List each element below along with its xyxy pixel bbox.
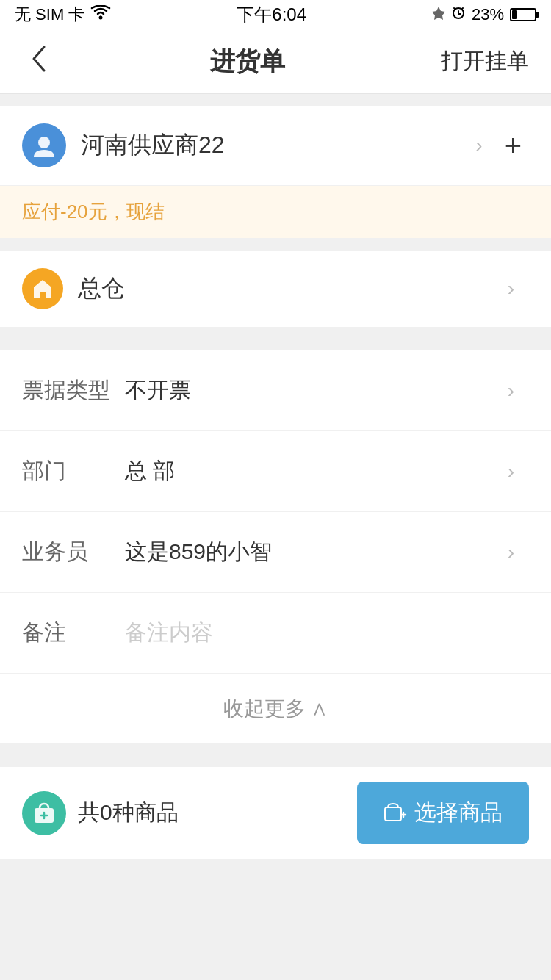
product-left: 共0种商品 bbox=[22, 791, 179, 835]
status-right: 23% bbox=[432, 5, 536, 24]
collapse-label: 收起更多 ∧ bbox=[223, 697, 328, 720]
svg-rect-7 bbox=[40, 292, 46, 298]
dept-value: 总 部 bbox=[125, 456, 508, 486]
wifi-icon bbox=[90, 5, 111, 24]
open-pending-button[interactable]: 打开挂单 bbox=[441, 46, 529, 76]
status-bar: 无 SIM 卡 下午6:04 23% bbox=[0, 0, 551, 29]
warehouse-row[interactable]: 总仓 › bbox=[0, 250, 551, 327]
location-icon bbox=[432, 5, 445, 24]
warehouse-icon bbox=[22, 268, 63, 309]
select-product-label: 选择商品 bbox=[414, 798, 503, 828]
dept-label: 部门 bbox=[22, 456, 110, 486]
product-icon-wrap bbox=[22, 791, 66, 835]
bottom-bar: 共0种商品 选择商品 bbox=[0, 767, 551, 859]
product-count: 共0种商品 bbox=[78, 798, 179, 828]
invoice-type-row[interactable]: 票据类型 不开票 › bbox=[0, 350, 551, 431]
add-supplier-button[interactable]: + bbox=[497, 129, 529, 162]
carrier-label: 无 SIM 卡 bbox=[15, 4, 84, 26]
svg-rect-11 bbox=[385, 807, 401, 821]
svg-point-0 bbox=[99, 16, 103, 20]
notice-text: 应付-20元，现结 bbox=[22, 201, 165, 223]
invoice-value: 不开票 bbox=[125, 375, 508, 406]
svg-line-5 bbox=[461, 8, 463, 10]
warehouse-name: 总仓 bbox=[78, 273, 508, 305]
sales-label: 业务员 bbox=[22, 537, 110, 567]
select-product-button[interactable]: 选择商品 bbox=[357, 782, 529, 844]
invoice-chevron-icon: › bbox=[508, 379, 514, 403]
divider-2 bbox=[0, 327, 551, 339]
supplier-section: 河南供应商22 › + 应付-20元，现结 bbox=[0, 106, 551, 238]
sales-row[interactable]: 业务员 这是859的小智 › bbox=[0, 512, 551, 593]
notice-bar: 应付-20元，现结 bbox=[0, 186, 551, 238]
form-section: 票据类型 不开票 › 部门 总 部 › 业务员 这是859的小智 › 备注 备注… bbox=[0, 350, 551, 743]
back-button[interactable] bbox=[22, 37, 54, 87]
svg-point-6 bbox=[38, 137, 50, 148]
alarm-icon bbox=[451, 5, 466, 24]
top-divider bbox=[0, 94, 551, 106]
status-time: 下午6:04 bbox=[237, 3, 306, 26]
warehouse-section: 总仓 › bbox=[0, 250, 551, 327]
nav-bar: 进货单 打开挂单 bbox=[0, 29, 551, 94]
status-left: 无 SIM 卡 bbox=[15, 4, 111, 26]
dept-chevron-icon: › bbox=[508, 460, 514, 483]
page-title: 进货单 bbox=[210, 45, 285, 79]
remark-label: 备注 bbox=[22, 618, 110, 648]
warehouse-chevron-icon: › bbox=[508, 277, 514, 300]
supplier-name: 河南供应商22 bbox=[81, 129, 475, 162]
battery-percentage: 23% bbox=[472, 5, 504, 24]
collapse-button[interactable]: 收起更多 ∧ bbox=[0, 674, 551, 743]
sales-chevron-icon: › bbox=[508, 541, 514, 564]
remark-input[interactable]: 备注内容 bbox=[125, 618, 529, 648]
divider-3 bbox=[0, 743, 551, 755]
battery-icon bbox=[510, 8, 536, 21]
page-background bbox=[0, 859, 551, 980]
department-row[interactable]: 部门 总 部 › bbox=[0, 431, 551, 512]
supplier-avatar bbox=[22, 123, 66, 167]
supplier-row[interactable]: 河南供应商22 › + bbox=[0, 106, 551, 186]
supplier-chevron-icon: › bbox=[475, 134, 482, 157]
remark-row[interactable]: 备注 备注内容 bbox=[0, 593, 551, 674]
sales-value: 这是859的小智 bbox=[125, 537, 508, 567]
invoice-label: 票据类型 bbox=[22, 375, 110, 406]
svg-line-4 bbox=[454, 8, 455, 10]
divider-1 bbox=[0, 238, 551, 250]
